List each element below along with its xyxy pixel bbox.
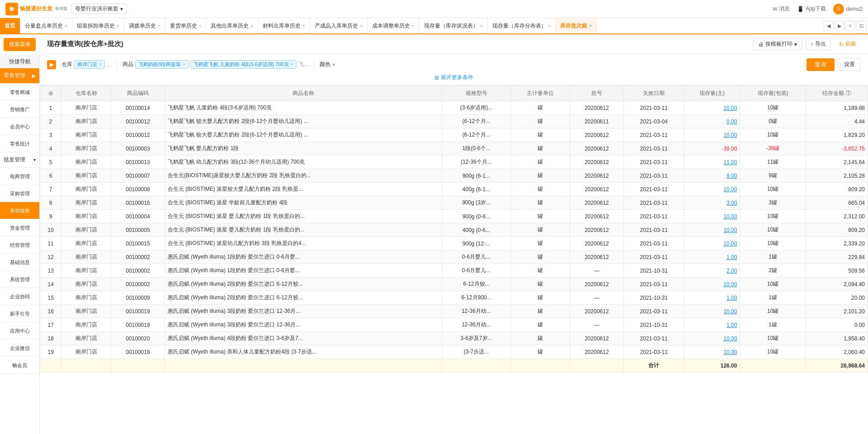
tab-product-in[interactable]: 产成品入库单历史 ×	[310, 18, 368, 34]
td-name: 合生元(BIOSTIME)派星较大婴儿配方奶粉 2段 乳铁蛋白的...	[165, 169, 442, 183]
td-qty-main[interactable]: 9.00	[684, 169, 740, 183]
setting-button[interactable]: 设置	[838, 58, 861, 71]
td-expire: 2021-03-11	[623, 237, 684, 250]
chevron-down-icon: ▾	[794, 41, 797, 47]
close-icon[interactable]: ×	[158, 24, 160, 28]
td-qty-main[interactable]: 2.00	[684, 264, 740, 278]
search-menu-button[interactable]: 搜索菜单	[4, 38, 36, 51]
remove-tag-icon[interactable]: ×	[291, 62, 293, 67]
sidebar-item-ecom-mgmt[interactable]: 电商管理	[0, 168, 39, 185]
td-name: 惠氏启赋 (Wyeth illuma) 3段奶粉 爱尔兰进口 12-36月...	[165, 305, 442, 318]
tab-inventory-status[interactable]: 现存量（库存状况表） ×	[420, 18, 488, 34]
td-qty-main[interactable]: 10.00	[684, 128, 740, 142]
tab-scroll-right[interactable]: ▶	[835, 21, 844, 31]
expand-arrow-button[interactable]: ▶	[47, 60, 56, 69]
sidebar-item-label: 资金管理	[10, 225, 30, 231]
tab-mixing[interactable]: 调拨单历史 ×	[124, 18, 165, 34]
td-qty-main[interactable]: 1.00	[684, 250, 740, 264]
org-selector[interactable]: 母婴行业演示账套 ▾	[71, 4, 127, 14]
td-qty-main[interactable]: 10.00	[684, 101, 740, 115]
table-row: 16 南岸门店 00100019 惠氏启赋 (Wyeth illuma) 3段奶…	[40, 305, 868, 318]
td-warehouse: 南岸门店	[61, 278, 111, 291]
print-button[interactable]: 🖨 按模板打印 ▾	[753, 38, 802, 50]
sidebar-item-new-guide[interactable]: 新手引导	[0, 305, 39, 322]
td-qty-pkg: 10罐	[740, 210, 806, 223]
tab-scroll-left[interactable]: ◀	[824, 21, 834, 31]
td-qty-main[interactable]: 3.00	[684, 196, 740, 210]
td-qty-main[interactable]: 10.00	[684, 278, 740, 291]
query-button[interactable]: 查询	[807, 58, 835, 71]
sidebar-item-finance[interactable]: 资金管理	[0, 219, 39, 236]
th-settings[interactable]: ⚙	[40, 86, 61, 101]
close-icon[interactable]: ×	[302, 24, 305, 28]
sidebar-item-retail-mgmt[interactable]: 零售管理 ▶	[0, 68, 39, 84]
td-expire: 2021-03-11	[623, 142, 684, 156]
tab-home[interactable]: 首页	[0, 18, 20, 34]
tab-cost-adjust[interactable]: 成本调整单历史 ×	[368, 18, 420, 34]
tab-batch-ledger[interactable]: 库存批次账 ×	[556, 18, 597, 34]
sidebar-item-inventory[interactable]: 库存核算	[0, 202, 39, 219]
td-qty-main: -39.00	[684, 142, 740, 156]
quick-nav-button[interactable]: 快捷导航	[0, 55, 39, 68]
sidebar-item-wholesale-mgmt[interactable]: 批发管理 ▾	[0, 152, 39, 168]
tab-other-outbound[interactable]: 其他出库单历史 ×	[206, 18, 258, 34]
tab-disassemble[interactable]: 组装拆卸单历史 ×	[72, 18, 124, 34]
td-warehouse: 南岸门店	[61, 305, 111, 318]
td-qty-main[interactable]: 10.00	[684, 183, 740, 196]
sidebar-item-purchase-mgmt[interactable]: 采购管理	[0, 185, 39, 202]
td-no: 6	[40, 169, 61, 183]
td-qty-main[interactable]: 1.00	[684, 318, 740, 332]
tab-requisition[interactable]: 要货单历史 ×	[165, 18, 207, 34]
sidebar-item-enterprise-collab[interactable]: 企业协同	[0, 288, 39, 305]
td-qty-main[interactable]: 10.00	[684, 223, 740, 237]
sidebar-item-member-card[interactable]: 畅会员	[0, 357, 39, 374]
td-unit: 罐	[510, 128, 570, 142]
td-unit: 罐	[510, 156, 570, 169]
td-qty-main[interactable]: 1.00	[684, 291, 740, 305]
close-icon[interactable]: ×	[65, 24, 67, 28]
sidebar-item-retail-mall[interactable]: 零售商城	[0, 84, 39, 101]
sidebar-item-member-center[interactable]: 会员中心	[0, 118, 39, 135]
close-icon[interactable]: ×	[360, 24, 363, 28]
td-batch: 20200612	[570, 156, 623, 169]
td-qty-main[interactable]: 11.00	[684, 156, 740, 169]
export-button[interactable]: ↑ 导出	[806, 38, 831, 50]
close-icon[interactable]: ×	[250, 24, 253, 28]
sidebar-item-ops-mgmt[interactable]: 经营管理	[0, 236, 39, 254]
refresh-button[interactable]: ↻ 刷新	[835, 38, 861, 50]
tab-split-inventory[interactable]: 分量盘点单历史 ×	[20, 18, 72, 34]
sidebar-item-base-info[interactable]: 基础信息	[0, 254, 39, 271]
td-qty-main[interactable]: 10.00	[684, 305, 740, 318]
user-avatar-btn[interactable]: D demo2	[833, 4, 863, 14]
td-qty-main[interactable]: 10.00	[684, 332, 740, 345]
td-qty-main[interactable]: 0.00	[684, 115, 740, 128]
sidebar-item-enterprise-wechat[interactable]: 企业微信	[0, 340, 39, 357]
sidebar-item-marketing[interactable]: 营销推广	[0, 101, 39, 118]
table-row: 11 南岸门店 00100015 合生元 (BIOSTIME) 派星幼儿配方奶粉…	[40, 237, 868, 250]
close-icon[interactable]: ×	[412, 24, 415, 28]
sidebar-item-retail-stats[interactable]: 零售统计	[0, 135, 39, 152]
close-icon[interactable]: ×	[117, 24, 119, 28]
tab-inventory-dist[interactable]: 现存量（库存分布表） ×	[488, 18, 556, 34]
remove-tag-icon[interactable]: ×	[99, 62, 102, 67]
remove-tag-icon[interactable]: ×	[183, 62, 185, 67]
close-icon[interactable]: ×	[199, 24, 202, 28]
warehouse-ellipsis[interactable]: ...	[107, 61, 111, 68]
expand-more-btn[interactable]: ⊞ 展开更多条件	[47, 74, 861, 81]
message-btn[interactable]: ✉ 消息	[773, 5, 790, 13]
table-row: 12 南岸门店 00100002 惠氏启赋 (Wyeth illuma) 1段奶…	[40, 250, 868, 264]
sidebar-item-app-center[interactable]: 应用中心	[0, 322, 39, 340]
close-icon[interactable]: ×	[589, 24, 592, 28]
sidebar-item-sys-mgmt[interactable]: 系统管理	[0, 271, 39, 288]
td-qty-main[interactable]: 10.00	[684, 345, 740, 359]
td-qty-main[interactable]: 10.00	[684, 237, 740, 250]
tab-more-menu[interactable]: ⊡	[856, 21, 866, 31]
sidebar-item-label: 批发管理	[4, 156, 25, 164]
close-icon[interactable]: ×	[480, 24, 483, 28]
close-icon[interactable]: ×	[548, 24, 551, 28]
product-ellipsis[interactable]: 飞...	[298, 61, 308, 68]
app-download-btn[interactable]: 📱 App下载	[797, 5, 826, 13]
tab-close-current[interactable]: ×	[845, 21, 855, 31]
tab-material-out[interactable]: 材料出库单历史 ×	[258, 18, 310, 34]
td-qty-main[interactable]: 10.00	[684, 210, 740, 223]
